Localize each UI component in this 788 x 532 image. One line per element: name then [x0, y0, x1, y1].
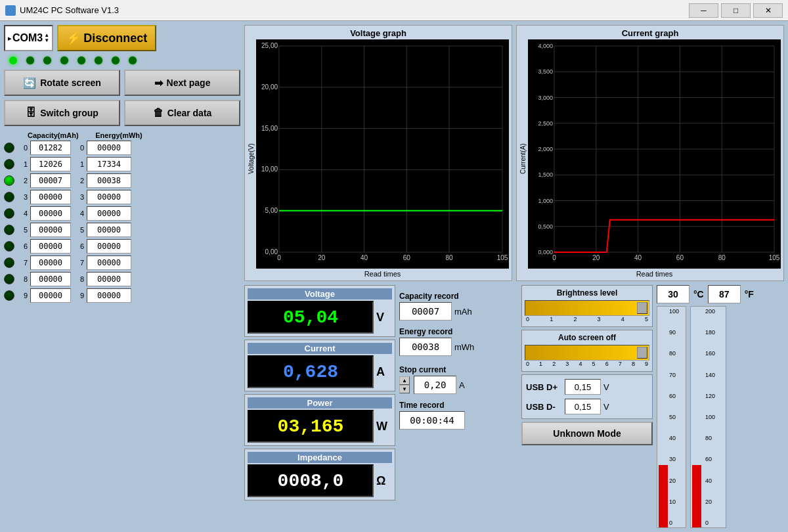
energy-input-4[interactable] — [87, 206, 131, 221]
com-dropdown[interactable]: ▲ ▼ — [44, 33, 49, 43]
energy-input-9[interactable] — [87, 288, 131, 303]
voltage-value: 05,04 — [283, 307, 338, 328]
energy-record-group: Energy record mWh — [399, 327, 517, 356]
energy-input-1[interactable] — [87, 157, 131, 171]
capacity-input-6[interactable] — [30, 239, 71, 254]
energy-header: Energy(mWh) — [93, 131, 145, 139]
row-led-6 — [4, 241, 14, 252]
auto-screen-label: Auto screen off — [525, 333, 649, 342]
energy-input-2[interactable] — [87, 173, 131, 188]
capacity-input-4[interactable] — [30, 206, 71, 221]
impedance-value: 0008,0 — [278, 471, 344, 491]
energy-input-3[interactable] — [87, 190, 131, 204]
next-page-label: Next page — [167, 78, 211, 88]
energy-input-5[interactable] — [87, 223, 131, 237]
stop-spinbox: ▲ ▼ — [399, 376, 410, 393]
row-num-2: 2 — [17, 177, 28, 185]
data-rows-container: 00112233445566778899 — [4, 141, 240, 303]
maximize-button[interactable]: □ — [721, 3, 751, 18]
row-num-3: 3 — [17, 193, 28, 201]
row-enum-5: 5 — [74, 226, 84, 234]
capacity-input-1[interactable] — [30, 157, 71, 171]
left-panel: ▸ COM3 ▲ ▼ ⚡ Disconnect — [4, 25, 240, 528]
com-port-value: COM3 — [12, 32, 43, 44]
minimize-button[interactable]: ─ — [689, 3, 718, 18]
capacity-input-8[interactable] — [30, 272, 71, 286]
capacity-record-unit: mAh — [454, 307, 472, 317]
capacity-input-2[interactable] — [30, 173, 71, 188]
fahrenheit-unit-label: °F — [745, 289, 754, 299]
time-record-input[interactable] — [399, 411, 465, 430]
next-page-button[interactable]: ➡ Next page — [124, 70, 240, 96]
capacity-input-0[interactable] — [30, 141, 71, 155]
data-row: 99 — [4, 288, 240, 303]
row-led-8 — [4, 274, 14, 284]
celsius-display[interactable] — [657, 285, 690, 303]
row-led-5 — [4, 225, 14, 235]
usb-minus-label: USB D- — [526, 402, 562, 412]
capacity-input-3[interactable] — [30, 190, 71, 204]
usb-plus-input[interactable] — [565, 379, 601, 395]
auto-screen-handle[interactable] — [637, 347, 647, 359]
clear-data-button[interactable]: 🗑 Clear data — [124, 100, 240, 126]
led-3 — [60, 56, 68, 64]
celsius-thermo-column: 100 90 80 70 60 50 40 30 20 10 0 — [657, 306, 686, 528]
stop-current-input[interactable] — [414, 376, 456, 394]
switch-group-button[interactable]: 🗄 Switch group — [4, 100, 120, 126]
meters-section: Voltage 05,04 V Current 0,628 — [244, 285, 395, 528]
led-5 — [95, 56, 102, 64]
capacity-record-input[interactable] — [399, 302, 452, 321]
data-row: 11 — [4, 157, 240, 171]
thermo-header: °C °F — [657, 285, 755, 303]
com-prefix: ▸ — [8, 35, 11, 42]
mode-button[interactable]: Unknown Mode — [521, 422, 653, 445]
impedance-display: 0008,0 — [248, 464, 374, 497]
row-num-1: 1 — [17, 160, 28, 168]
capacity-input-9[interactable] — [30, 288, 71, 303]
auto-screen-slider[interactable] — [525, 345, 649, 361]
group-buttons: 🗄 Switch group 🗑 Clear data — [4, 100, 240, 126]
row-enum-0: 0 — [74, 144, 84, 152]
voltage-canvas-wrapper: Read times — [256, 39, 509, 278]
voltage-meter-box: Voltage 05,04 V — [244, 285, 395, 337]
energy-record-label: Energy record — [399, 327, 517, 336]
row-enum-7: 7 — [74, 259, 84, 267]
brightness-handle[interactable] — [637, 302, 647, 314]
brightness-slider[interactable] — [525, 300, 649, 316]
rotate-screen-button[interactable]: 🔄 Rotate screen — [4, 70, 120, 96]
row-led-3 — [4, 192, 14, 202]
row-num-5: 5 — [17, 226, 28, 234]
fahrenheit-fill — [692, 465, 701, 527]
right-panel: Voltage graph Voltage(V) Read times Curr… — [244, 25, 784, 528]
data-row: 77 — [4, 255, 240, 270]
com-selector: ▸ COM3 ▲ ▼ — [4, 25, 53, 51]
led-0 — [9, 56, 17, 64]
power-value-row: 03,165 W — [248, 410, 392, 443]
energy-record-input[interactable] — [399, 338, 452, 356]
energy-input-6[interactable] — [87, 239, 131, 254]
disconnect-icon: ⚡ — [66, 31, 81, 45]
data-row: 88 — [4, 272, 240, 286]
usb-minus-input[interactable] — [565, 399, 601, 414]
energy-input-0[interactable] — [87, 141, 131, 155]
spin-down-button[interactable]: ▼ — [399, 385, 410, 393]
close-button[interactable]: ✕ — [753, 3, 783, 18]
disconnect-button[interactable]: ⚡ Disconnect — [57, 25, 156, 51]
auto-screen-slider-wrapper: 0 1 2 3 4 5 6 7 8 9 — [525, 345, 649, 367]
row-num-6: 6 — [17, 242, 28, 250]
fahrenheit-display[interactable] — [708, 285, 741, 303]
row-led-9 — [4, 290, 14, 301]
energy-input-8[interactable] — [87, 272, 131, 286]
energy-input-7[interactable] — [87, 255, 131, 270]
capacity-input-7[interactable] — [30, 255, 71, 270]
stop-current-group: Stop current ▲ ▼ A — [399, 365, 517, 394]
row-enum-3: 3 — [74, 193, 84, 201]
impedance-meter-label: Impedance — [248, 452, 392, 463]
spin-up-button[interactable]: ▲ — [399, 376, 410, 385]
records-section: Capacity record mAh Energy record mWh — [399, 285, 517, 528]
capacity-input-5[interactable] — [30, 223, 71, 237]
graphs-area: Voltage graph Voltage(V) Read times Curr… — [244, 25, 784, 281]
power-meter-label: Power — [248, 397, 392, 409]
com-arrow-down[interactable]: ▼ — [44, 38, 49, 43]
settings-section: Brightness level 0 1 2 3 4 5 — [521, 285, 653, 528]
